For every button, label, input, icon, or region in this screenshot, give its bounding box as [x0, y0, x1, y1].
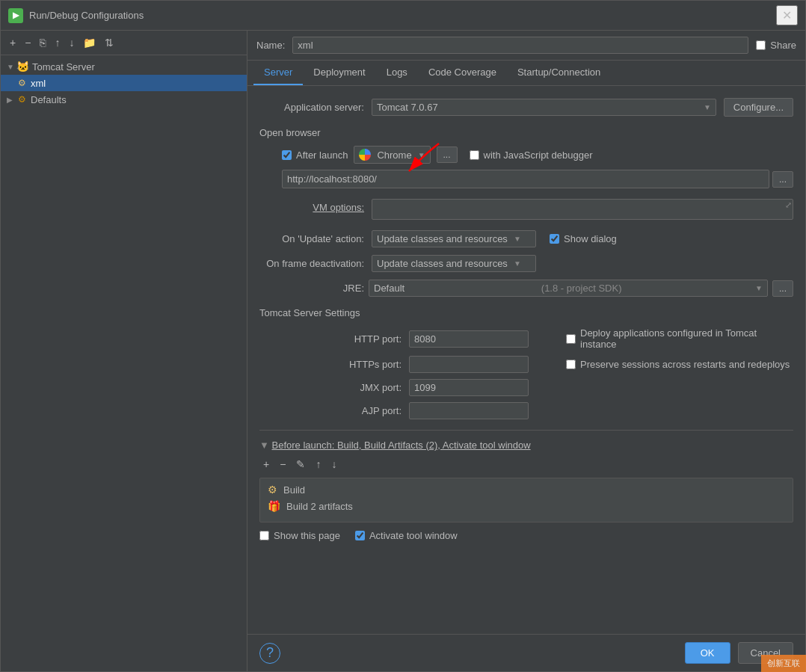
after-launch-label: After launch [296, 149, 348, 161]
update-dropdown-arrow-icon: ▼ [514, 235, 521, 243]
app-server-select[interactable]: Tomcat 7.0.67 ▼ [372, 99, 716, 116]
deploy-checkbox[interactable] [566, 334, 576, 344]
on-update-select[interactable]: Update classes and resources ▼ [372, 230, 536, 247]
build-label: Build [283, 484, 305, 496]
http-port-input[interactable] [409, 330, 529, 348]
jmx-port-label: JMX port: [282, 382, 402, 393]
activate-tool-check-label: Activate tool window [355, 530, 458, 541]
dropdown-arrow-icon: ▼ [704, 103, 711, 111]
name-input[interactable] [292, 37, 748, 54]
activate-tool-label: Activate tool window [369, 530, 458, 541]
before-launch-label: Before launch: Build, Build Artifacts (2… [272, 440, 531, 451]
jmx-port-input[interactable] [409, 379, 529, 396]
share-label: Share [770, 40, 796, 51]
main-content: + − ⎘ ↑ ↓ 📁 ⇅ ▼ 🐱 Tomcat Server ⚙ xml [1, 31, 805, 671]
frame-dropdown-arrow-icon: ▼ [514, 259, 521, 268]
server-tab-content: Application server: Tomcat 7.0.67 ▼ Conf… [247, 86, 805, 634]
browser-options-button[interactable]: ... [437, 147, 458, 163]
before-item-build[interactable]: ⚙ Build [263, 481, 790, 498]
before-add-button[interactable]: + [259, 457, 273, 472]
after-launch-row: After launch Chrome ▼ ... with JavaScrip… [259, 146, 793, 164]
name-bar: Name: Share [247, 31, 805, 61]
browser-select[interactable]: Chrome ▼ [354, 146, 430, 164]
main-panel: Name: Share Server Deployment Logs Code … [247, 31, 805, 671]
tomcat-icon: 🐱 [17, 61, 29, 73]
ajp-port-input[interactable] [409, 402, 529, 419]
remove-config-button[interactable]: − [22, 35, 34, 50]
before-down-button[interactable]: ↓ [327, 457, 340, 472]
tab-startup[interactable]: Startup/Connection [507, 61, 611, 85]
before-launch-title: ▼ Before launch: Build, Build Artifacts … [259, 440, 793, 451]
url-input[interactable] [282, 170, 769, 188]
show-page-checkbox[interactable] [259, 531, 269, 540]
after-launch-checkbox[interactable] [282, 150, 292, 160]
before-remove-button[interactable]: − [276, 457, 289, 472]
show-dialog-checkbox[interactable] [550, 234, 559, 244]
watermark: 创新互联 [761, 655, 806, 672]
defaults-icon: ⚙ [16, 93, 28, 105]
tomcat-settings-section: Tomcat Server Settings HTTP port: Deploy… [259, 307, 793, 419]
tab-deployment[interactable]: Deployment [303, 61, 375, 85]
xml-config-icon: ⚙ [16, 77, 28, 89]
copy-config-button[interactable]: ⎘ [37, 35, 49, 50]
browser-name: Chrome [377, 149, 411, 161]
on-frame-select[interactable]: Update classes and resources ▼ [372, 255, 536, 272]
sidebar-item-xml[interactable]: ⚙ xml [1, 75, 247, 91]
chrome-icon [359, 149, 371, 161]
https-port-input[interactable] [409, 356, 529, 373]
tab-logs[interactable]: Logs [376, 61, 418, 85]
vm-options-label: VM options: [259, 199, 364, 213]
before-up-button[interactable]: ↑ [312, 457, 324, 472]
jre-options-button[interactable]: ... [772, 280, 793, 297]
url-options-button[interactable]: ... [772, 171, 793, 188]
help-button[interactable]: ? [259, 643, 280, 664]
on-frame-label: On frame deactivation: [259, 258, 364, 269]
tab-server[interactable]: Server [253, 61, 303, 85]
on-update-value: Update classes and resources [377, 233, 508, 244]
close-button[interactable]: ✕ [776, 5, 798, 25]
app-server-value: Tomcat 7.0.67 [377, 102, 704, 113]
share-area: Share [756, 40, 796, 51]
preserve-check-label: Preserve sessions across restarts and re… [566, 359, 793, 370]
move-down-button[interactable]: ↓ [66, 35, 77, 50]
http-port-label: HTTP port: [282, 333, 402, 345]
jre-hint: (1.8 - project SDK) [541, 283, 622, 294]
configure-button[interactable]: Configure... [724, 98, 793, 117]
js-debugger-checkbox[interactable] [470, 150, 479, 160]
before-item-artifacts[interactable]: 🎁 Build 2 artifacts [263, 498, 790, 514]
activate-tool-checkbox[interactable] [355, 531, 365, 540]
js-debugger-label: with JavaScript debugger [470, 149, 593, 161]
sidebar-item-tomcat[interactable]: ▼ 🐱 Tomcat Server [1, 58, 247, 75]
before-launch-toolbar: + − ✎ ↑ ↓ [259, 457, 793, 472]
app-server-label: Application server: [259, 102, 364, 113]
add-config-button[interactable]: + [7, 35, 19, 50]
ok-button[interactable]: OK [685, 642, 730, 664]
vm-expand-button[interactable]: ⤢ [785, 200, 792, 210]
sort-button[interactable]: ⇅ [102, 35, 117, 50]
artifacts-label: Build 2 artifacts [286, 501, 353, 512]
title-bar: ▶ Run/Debug Configurations ✕ [1, 1, 805, 31]
config-tree: ▼ 🐱 Tomcat Server ⚙ xml ▶ ⚙ Defaults [1, 55, 247, 671]
on-frame-row: On frame deactivation: Update classes an… [259, 255, 793, 272]
show-page-check-label: Show this page [259, 530, 340, 541]
preserve-checkbox[interactable] [566, 360, 576, 369]
show-dialog-check-label: Show dialog [550, 233, 617, 244]
chevron-down-icon: ▼ [7, 63, 14, 71]
jre-select[interactable]: Default (1.8 - project SDK) ▼ [369, 280, 768, 297]
deploy-check-label: Deploy applications configured in Tomcat… [566, 327, 793, 350]
url-row: ... [259, 170, 793, 188]
sidebar-item-defaults[interactable]: ▶ ⚙ Defaults [1, 91, 247, 108]
show-dialog-label: Show dialog [564, 233, 617, 244]
move-up-button[interactable]: ↑ [52, 35, 63, 50]
jre-label: JRE: [259, 283, 364, 294]
vm-options-input[interactable] [372, 199, 793, 220]
before-edit-button[interactable]: ✎ [292, 457, 309, 472]
folder-button[interactable]: 📁 [80, 35, 99, 50]
share-checkbox[interactable] [756, 40, 766, 50]
bottom-check-row: Show this page Activate tool window [259, 530, 793, 541]
preserve-label: Preserve sessions across restarts and re… [580, 359, 790, 370]
tab-coverage[interactable]: Code Coverage [418, 61, 507, 85]
on-update-row: On 'Update' action: Update classes and r… [259, 230, 793, 247]
build-icon: ⚙ [268, 484, 277, 496]
jre-value: Default [374, 283, 404, 294]
